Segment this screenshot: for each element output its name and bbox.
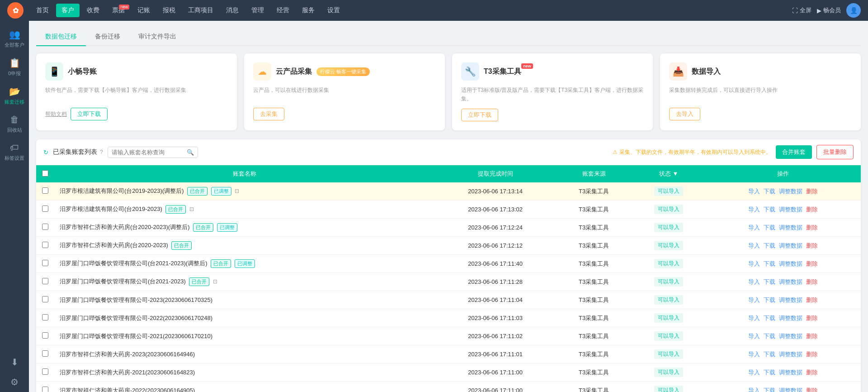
action-删除[interactable]: 删除 <box>806 369 818 376</box>
nav-message[interactable]: 消息 <box>221 4 244 17</box>
row-checkbox[interactable] <box>42 260 48 266</box>
row-checkbox[interactable] <box>42 224 48 230</box>
row-checkbox[interactable] <box>42 368 48 375</box>
action-导入[interactable]: 导入 <box>748 296 760 303</box>
nav-manage[interactable]: 管理 <box>246 4 269 17</box>
refresh-icon[interactable]: ↻ <box>43 149 48 156</box>
action-导入[interactable]: 导入 <box>748 224 760 231</box>
action-导入[interactable]: 导入 <box>748 278 760 285</box>
app-logo[interactable]: ✿ <box>7 2 24 19</box>
user-avatar[interactable]: 👤 <box>846 3 861 18</box>
action-下载[interactable]: 下载 <box>764 387 775 392</box>
nav-fee[interactable]: 收费 <box>81 4 105 17</box>
action-导入[interactable]: 导入 <box>748 333 760 339</box>
action-调整数据[interactable]: 调整数据 <box>779 369 802 376</box>
sidebar-item-label-settings[interactable]: 🏷 标签设置 <box>0 138 29 166</box>
action-导入[interactable]: 导入 <box>748 242 760 249</box>
tab-data-migration[interactable]: 数据包迁移 <box>36 28 86 46</box>
action-导入[interactable]: 导入 <box>748 315 760 321</box>
action-调整数据[interactable]: 调整数据 <box>779 315 802 321</box>
action-导入[interactable]: 导入 <box>748 260 760 267</box>
sidebar-item-all-clients[interactable]: 👥 全部客户 <box>0 24 29 53</box>
copy-icon[interactable]: ⊡ <box>235 188 239 194</box>
action-删除[interactable]: 删除 <box>806 351 818 358</box>
nav-bookkeeping[interactable]: 记账 <box>132 4 156 17</box>
row-checkbox[interactable] <box>42 278 48 284</box>
nav-operation[interactable]: 经营 <box>271 4 295 17</box>
action-下载[interactable]: 下载 <box>764 369 775 376</box>
sidebar-item-download[interactable]: ⬇ <box>0 352 29 372</box>
fullscreen-btn[interactable]: ⛶ 全屏 <box>792 6 811 14</box>
action-删除[interactable]: 删除 <box>806 333 818 339</box>
action-删除[interactable]: 删除 <box>806 242 818 249</box>
sidebar-item-user-settings[interactable]: ⚙ <box>0 372 29 392</box>
action-下载[interactable]: 下载 <box>764 278 775 285</box>
tab-backup-migration[interactable]: 备份迁移 <box>86 28 129 46</box>
action-下载[interactable]: 下载 <box>764 242 775 249</box>
action-调整数据[interactable]: 调整数据 <box>779 351 802 358</box>
action-删除[interactable]: 删除 <box>806 278 818 285</box>
action-下载[interactable]: 下载 <box>764 333 775 339</box>
action-导入[interactable]: 导入 <box>748 351 760 358</box>
action-下载[interactable]: 下载 <box>764 224 775 231</box>
nav-home[interactable]: 首页 <box>31 4 54 17</box>
nav-business[interactable]: 工商项目 <box>183 4 219 17</box>
nav-settings[interactable]: 设置 <box>322 4 345 17</box>
download-now-btn-1[interactable]: 立即下载 <box>71 108 108 120</box>
action-删除[interactable]: 删除 <box>806 315 818 321</box>
row-checkbox[interactable] <box>42 314 48 320</box>
help-icon[interactable]: ? <box>100 149 103 155</box>
action-下载[interactable]: 下载 <box>764 296 775 303</box>
action-删除[interactable]: 删除 <box>806 260 818 267</box>
help-doc-link[interactable]: 帮助文档 <box>45 110 67 118</box>
action-下载[interactable]: 下载 <box>764 206 775 213</box>
nav-service[interactable]: 服务 <box>297 4 320 17</box>
row-checkbox[interactable] <box>42 187 48 194</box>
action-导入[interactable]: 导入 <box>748 206 760 213</box>
sidebar-item-zero-report[interactable]: 📋 0申报 <box>0 53 29 81</box>
action-调整数据[interactable]: 调整数据 <box>779 242 802 249</box>
tab-audit-export[interactable]: 审计文件导出 <box>129 28 185 46</box>
sidebar-item-account-migration[interactable]: 📂 账套迁移 <box>0 81 29 110</box>
member-btn[interactable]: ▶ 畅会员 <box>817 6 841 14</box>
nav-customer[interactable]: 客户 <box>56 4 80 17</box>
row-checkbox[interactable] <box>42 296 48 302</box>
action-导入[interactable]: 导入 <box>748 387 760 392</box>
search-icon[interactable]: 🔍 <box>187 149 194 156</box>
action-调整数据[interactable]: 调整数据 <box>779 387 802 392</box>
action-调整数据[interactable]: 调整数据 <box>779 296 802 303</box>
action-删除[interactable]: 删除 <box>806 188 818 195</box>
row-checkbox[interactable] <box>42 387 48 392</box>
action-下载[interactable]: 下载 <box>764 351 775 358</box>
action-下载[interactable]: 下载 <box>764 188 775 195</box>
action-调整数据[interactable]: 调整数据 <box>779 188 802 195</box>
action-删除[interactable]: 删除 <box>806 387 818 392</box>
action-下载[interactable]: 下载 <box>764 315 775 321</box>
col-status[interactable]: 状态 ▼ <box>632 165 706 182</box>
action-下载[interactable]: 下载 <box>764 260 775 267</box>
row-checkbox[interactable] <box>42 206 48 212</box>
copy-icon[interactable]: ⊡ <box>213 278 217 285</box>
action-调整数据[interactable]: 调整数据 <box>779 333 802 339</box>
action-调整数据[interactable]: 调整数据 <box>779 224 802 231</box>
nav-tax[interactable]: 报税 <box>157 4 181 17</box>
download-now-btn-2[interactable]: 立即下载 <box>461 109 498 121</box>
go-collect-btn[interactable]: 去采集 <box>253 108 284 120</box>
action-删除[interactable]: 删除 <box>806 224 818 231</box>
batch-delete-btn[interactable]: 批量删除 <box>816 145 854 159</box>
row-checkbox[interactable] <box>42 332 48 339</box>
action-导入[interactable]: 导入 <box>748 369 760 376</box>
copy-icon[interactable]: ⊡ <box>189 206 194 212</box>
merge-account-btn[interactable]: 合并账套 <box>776 145 812 159</box>
action-删除[interactable]: 删除 <box>806 206 818 213</box>
row-checkbox[interactable] <box>42 350 48 357</box>
select-all-checkbox[interactable] <box>42 170 48 177</box>
action-调整数据[interactable]: 调整数据 <box>779 278 802 285</box>
action-调整数据[interactable]: 调整数据 <box>779 206 802 213</box>
go-import-btn[interactable]: 去导入 <box>669 108 700 120</box>
action-删除[interactable]: 删除 <box>806 296 818 303</box>
action-导入[interactable]: 导入 <box>748 188 760 195</box>
action-调整数据[interactable]: 调整数据 <box>779 260 802 267</box>
search-input[interactable] <box>112 149 184 156</box>
sidebar-item-recycle[interactable]: 🗑 回收站 <box>0 110 29 138</box>
